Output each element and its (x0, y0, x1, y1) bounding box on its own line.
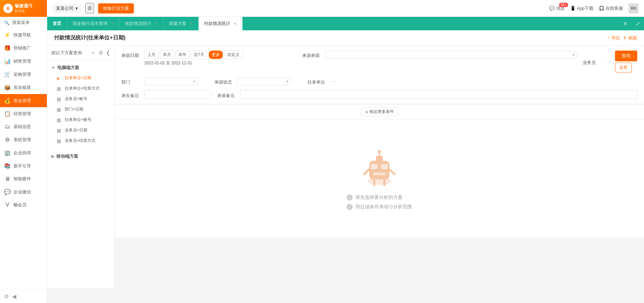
filter-row-2: 部门 ▾ 单据状态 ▾ (121, 77, 637, 85)
salesman-select-btn[interactable]: ··· (606, 59, 612, 64)
sidebar-item-label: 经营管理 (13, 111, 31, 117)
tab-close-window[interactable]: ✕ (619, 17, 632, 30)
sidebar-item-member[interactable]: V 畅会员 (0, 199, 47, 211)
status-filter-group: 单据状态 ▾ (214, 77, 302, 85)
tab-close-new-plan[interactable]: ✕ (190, 22, 193, 26)
panel-section-desktop: ▼ 电脑端方案 ● 往来单位+日期 ▦ 往来单位+结算方式 ▦ 业务员+账号 (47, 60, 114, 149)
panel-item-unit-date[interactable]: ● 往来单位+日期 (47, 73, 114, 83)
basic-icon: 🗂 (4, 124, 11, 130)
refresh-button[interactable]: ↻ 刷新 (623, 35, 637, 41)
header-actions: 💬 消息 99+ 📱 App下载 🎧 在线客服 Rit (549, 3, 639, 13)
footer-settings-btn[interactable]: ⚙ (4, 293, 9, 300)
panel-item-salesman-date[interactable]: ▦ 业务员+日期 (47, 125, 114, 135)
sidebar-item-sales[interactable]: 📊 销售管理 (0, 55, 47, 68)
user-avatar[interactable]: Rit (628, 3, 639, 13)
panel-item-label: 业务员+结算方式 (65, 138, 95, 144)
collapse-button[interactable]: ∧ 收起更多条件 (361, 107, 398, 116)
export-icon: ↑ (608, 35, 610, 40)
sidebar-item-wechat[interactable]: 💬 企业微信 (0, 185, 47, 199)
message-btn[interactable]: 💬 消息 99+ (549, 5, 565, 11)
sidebar-item-label: 销售管理 (13, 58, 31, 64)
company-selector[interactable]: 某某公司 ▾ (53, 4, 81, 13)
sidebar-item-enterprise[interactable]: 🏢 企业协同 (0, 146, 47, 159)
date-btn-custom[interactable]: 自定义 (224, 51, 242, 59)
header-note-group: 表头备注 (121, 90, 212, 99)
panel-item-salesman-settle[interactable]: ▦ 业务员+结算方式 (47, 135, 114, 146)
panel-item-salesman-account[interactable]: ▦ 业务员+账号 (47, 94, 114, 104)
query-button[interactable]: 查询 (615, 51, 637, 61)
member-icon: V (4, 202, 11, 208)
sidebar-item-quick-nav[interactable]: ⚡ 快捷导航 (0, 28, 47, 41)
left-panel: 按以下方案查询 ＋ ⚙ ❮ ▼ 电脑端方案 ● 往来单位+日期 ▦ (47, 46, 115, 288)
export-button[interactable]: ↑ 导出 (608, 35, 620, 41)
tab-new-plan[interactable]: 新建方案 ✕ (164, 17, 199, 30)
panel-item-label: 往来单位+账号 (65, 117, 91, 123)
panel-settings-btn[interactable]: ⚙ (98, 50, 103, 56)
tab-bank-flow[interactable]: 现金银行流水查询 ✕ (67, 17, 120, 30)
status-chevron-icon: ▾ (287, 80, 288, 83)
body-note-input[interactable] (240, 90, 637, 99)
empty-svg-icon (359, 147, 400, 188)
trial-button[interactable]: 体验行业方案 (98, 3, 134, 13)
sidebar-item-hardware[interactable]: 🖥 智能硬件 (0, 173, 47, 185)
panel-item-unit-settle[interactable]: ▦ 往来单位+结算方式 (47, 83, 114, 94)
sidebar-item-label: 营销推广 (13, 45, 31, 51)
sidebar-header: 6 畅捷通巧 标准版 (0, 0, 47, 17)
tab-maximize-window[interactable]: ⤢ (632, 17, 644, 30)
sidebar-item-purchase[interactable]: 🛒 采购管理 (0, 68, 47, 81)
tab-receipt-stat[interactable]: 收款情况统计 ✕ (120, 17, 164, 30)
panel-item-dept-date[interactable]: ▦ 部门+日期 (47, 104, 114, 115)
footer-collapse-btn[interactable]: ◀ (12, 293, 16, 300)
date-btn-this-month[interactable]: 本月 (160, 51, 174, 59)
header-note-input[interactable] (144, 90, 212, 99)
app-download-btn[interactable]: 📱 App下载 (570, 5, 593, 11)
page-header: 付款情况统计(往来单位+日期) ↑ 导出 ↻ 刷新 (47, 30, 644, 46)
sidebar-item-inventory[interactable]: 📦 库存核算 (0, 81, 47, 94)
dept-label: 部门 (121, 77, 142, 85)
search-icon: 🔍 (4, 20, 9, 25)
operation-icon: 📋 (4, 111, 11, 117)
date-btn-7days[interactable]: 近7天 (191, 51, 207, 59)
panel-section-header-desktop[interactable]: ▼ 电脑端方案 (47, 63, 114, 73)
collapse-icon: ∧ (365, 110, 368, 114)
salesman-label: 业务员 (583, 58, 603, 66)
svg-point-7 (378, 150, 381, 153)
source-dropdown[interactable]: ▾ (325, 51, 577, 59)
dept-dropdown[interactable]: ▾ (144, 78, 198, 85)
service-btn[interactable]: 🎧 在线客服 (599, 5, 623, 11)
status-dropdown[interactable]: ▾ (237, 78, 291, 85)
panel-item-icon-unit-date: ● (57, 75, 62, 81)
panel-item-icon-salesman-date: ▦ (57, 128, 62, 133)
panel-collapse-btn[interactable]: ❮ (106, 50, 110, 56)
panel-item-unit-account[interactable]: ▦ 往来单位+账号 (47, 115, 114, 125)
sidebar-item-guide[interactable]: 📚 新手引导 (0, 159, 47, 173)
unit-label: 往来单位 (308, 77, 328, 85)
date-btn-last-month[interactable]: 上月 (144, 51, 158, 59)
date-btn-more[interactable]: 更多 (209, 51, 223, 59)
purchase-icon: 🛒 (4, 71, 11, 78)
refresh-icon: ↻ (623, 35, 627, 40)
sidebar-item-system[interactable]: ⚙ 系统管理 (0, 133, 47, 146)
date-btn-this-year[interactable]: 本年 (175, 51, 189, 59)
tab-home[interactable]: 首页 (47, 17, 67, 30)
tab-payment-stat[interactable]: 付款情况统计 ✕ (199, 17, 242, 30)
sidebar-item-basic[interactable]: 🗂 基础信息 (0, 120, 47, 133)
filter-settings-button[interactable]: 设置 (615, 63, 632, 72)
sidebar-item-marketing[interactable]: 🎁 营销推广 (0, 41, 47, 55)
unit-filter-group: 往来单位 ··· (308, 77, 637, 85)
sidebar-item-operation[interactable]: 📋 经营管理 (0, 107, 47, 120)
settings-button[interactable]: ⚙ (85, 3, 94, 13)
tab-close-receipt-stat[interactable]: ✕ (155, 22, 158, 26)
top-header: 某某公司 ▾ ⚙ 体验行业方案 💬 消息 99+ 📱 App下载 🎧 在线客服 … (47, 0, 644, 17)
tab-close-bank-flow[interactable]: ✕ (111, 22, 114, 26)
sidebar-item-fund[interactable]: 💰 资金管理 (0, 94, 47, 107)
sidebar-item-label: 企业微信 (13, 189, 31, 195)
search-menu[interactable]: 🔍 搜索菜单 (0, 17, 47, 28)
service-icon: 🎧 (599, 6, 604, 11)
unit-select-btn[interactable]: ··· (330, 79, 337, 84)
panel-section-label: 电脑端方案 (57, 65, 79, 71)
tab-close-payment-stat[interactable]: ✕ (234, 22, 237, 26)
panel-add-btn[interactable]: ＋ (90, 49, 96, 56)
sidebar-item-label: 系统管理 (13, 137, 31, 143)
panel-section-header-mobile[interactable]: ▶ 移动端方案 (47, 151, 114, 161)
